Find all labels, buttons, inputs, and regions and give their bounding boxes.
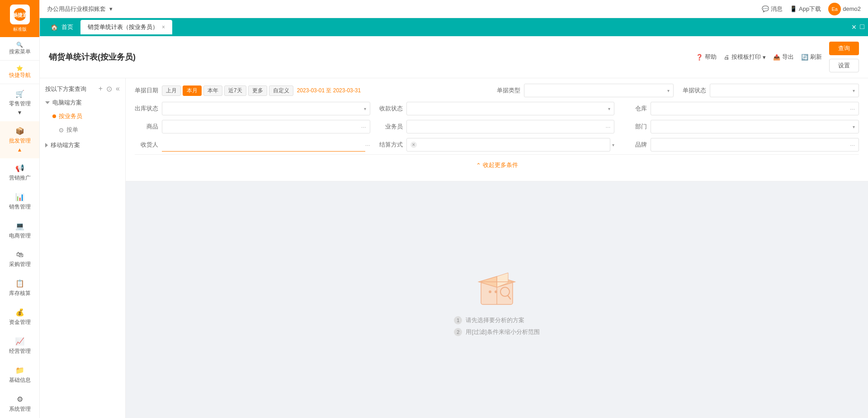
- filter-receiptstatus-cell: 收款状态 ▾: [379, 102, 615, 115]
- consignee-dots: ···: [365, 142, 370, 148]
- window-max-btn[interactable]: □: [860, 23, 864, 32]
- user-menu-btn[interactable]: Ea demo2: [828, 3, 861, 15]
- date-last7-btn[interactable]: 近7天: [224, 86, 246, 96]
- mobile-scheme-header[interactable]: 移动端方案: [40, 138, 125, 152]
- collapse-btn[interactable]: ⌃ 收起更多条件: [476, 157, 518, 173]
- sidebar-item-operations[interactable]: 📈 经营管理: [0, 332, 39, 361]
- filter-row-3: 商品 ··· 业务员: [135, 120, 859, 133]
- filter-salesperson-cell: 业务员 ···: [379, 120, 615, 133]
- workspace-title: 办公用品行业模拟账套: [47, 5, 106, 13]
- help-btn[interactable]: ❓ 帮助: [696, 53, 717, 61]
- tab-active[interactable]: 销货单统计表（按业务员） ×: [80, 20, 172, 34]
- goods-dots: ···: [361, 124, 366, 130]
- filter-department-cell: 部门 ▾: [623, 120, 859, 133]
- filter-row-1: 单据日期 上月 本月 本年 近7天 更多 自定义 20: [135, 84, 859, 97]
- collapse-panel-btn[interactable]: «: [116, 85, 120, 93]
- message-btn[interactable]: 💬 消息: [762, 5, 783, 13]
- window-close-btn[interactable]: ×: [852, 23, 857, 32]
- scheme-item-salesperson[interactable]: 按业务员: [40, 109, 125, 123]
- svg-point-8: [495, 290, 497, 293]
- system-icon: ⚙: [17, 395, 23, 404]
- goods-label: 商品: [135, 123, 158, 131]
- warehouse-select[interactable]: ···: [651, 102, 859, 115]
- sidebar-item-inventory[interactable]: 📋 库存核算: [0, 274, 39, 303]
- receiptstatus-select[interactable]: ▾: [406, 102, 615, 115]
- tab-home[interactable]: 🏠 首页: [43, 20, 80, 34]
- print-arrow: ▾: [763, 54, 766, 61]
- svg-point-7: [489, 290, 491, 293]
- scheme-expand-icon: [45, 101, 50, 104]
- tab-close-btn[interactable]: ×: [162, 24, 165, 30]
- goods-input: ···: [162, 120, 370, 133]
- empty-state: 1 请先选择要分析的方案 2 用[过滤]条件来缩小分析范围: [454, 264, 539, 336]
- tab-bar-right: × □: [852, 23, 864, 32]
- outstatus-arrow: ▾: [364, 106, 366, 111]
- consignee-field[interactable]: [162, 138, 365, 152]
- date-custom-btn[interactable]: 自定义: [269, 86, 293, 96]
- outstatus-select[interactable]: ▾: [162, 102, 370, 115]
- add-scheme-btn[interactable]: +: [99, 85, 103, 93]
- purchase-icon: 🛍: [16, 251, 24, 259]
- wholesale-icon: 📦: [15, 127, 24, 135]
- scheme-item-order[interactable]: ⊙ 按单: [40, 123, 125, 137]
- sidebar: 畅捷通 标准版 🔍 搜索菜单 ⭐ 快捷导航 🛒 零售管理 ▼ 📦 批发管理 ▲ …: [0, 0, 40, 418]
- filter-status-cell: 单据状态 ▾: [683, 84, 859, 97]
- department-arrow: ▾: [853, 124, 855, 129]
- pc-scheme-header[interactable]: 电脑端方案: [40, 96, 125, 109]
- date-more-btn[interactable]: 更多: [248, 86, 267, 96]
- salesperson-select[interactable]: ···: [406, 120, 615, 133]
- filter-outstatus-cell: 出库状态 ▾: [135, 102, 370, 115]
- message-icon: 💬: [762, 5, 769, 12]
- brand-dots: ···: [850, 142, 855, 148]
- app-download-btn[interactable]: 📱 App下载: [790, 5, 821, 13]
- sidebar-item-purchase[interactable]: 🛍 采购管理: [0, 245, 39, 274]
- workspace-arrow: ▾: [109, 5, 113, 12]
- consignee-input: ···: [162, 138, 370, 152]
- pc-scheme-group: 电脑端方案 按业务员 ⊙ 按单: [40, 96, 125, 137]
- top-actions: 💬 消息 📱 App下载 Ea demo2: [762, 3, 861, 15]
- sidebar-item-retail[interactable]: 🛒 零售管理 ▼: [0, 84, 39, 121]
- print-btn[interactable]: 🖨 按模板打印 ▾: [724, 53, 766, 61]
- date-this-month-btn[interactable]: 本月: [183, 86, 202, 96]
- date-last-month-btn[interactable]: 上月: [162, 86, 181, 96]
- query-btn[interactable]: 查询: [829, 42, 859, 55]
- sidebar-logo-text: 标准版: [13, 26, 27, 33]
- settlement-arrow[interactable]: ▾: [612, 142, 614, 147]
- ecommerce-icon: 💻: [15, 222, 24, 230]
- goods-select[interactable]: ···: [162, 120, 370, 133]
- status-select[interactable]: ▾: [710, 84, 859, 97]
- export-btn[interactable]: 📤 导出: [773, 53, 794, 61]
- date-range[interactable]: 2023-03-01 至 2023-03-31: [297, 87, 361, 95]
- outstatus-label: 出库状态: [135, 104, 158, 113]
- quick-nav-btn[interactable]: ⭐ 快捷导航: [0, 61, 39, 84]
- sidebar-item-basicinfo[interactable]: 📁 基础信息: [0, 361, 39, 390]
- brand-select[interactable]: ···: [651, 138, 859, 152]
- sidebar-item-sales[interactable]: 📊 销售管理: [0, 187, 39, 216]
- sidebar-item-finance[interactable]: 💰 资金管理: [0, 303, 39, 332]
- date-this-year-btn[interactable]: 本年: [203, 86, 222, 96]
- consignee-label: 收货人: [135, 141, 158, 149]
- edit-scheme-btn[interactable]: ⊙: [106, 85, 112, 93]
- download-icon: 📱: [790, 5, 797, 12]
- settings-btn[interactable]: 设置: [829, 59, 859, 72]
- settlement-clear-btn[interactable]: ×: [410, 142, 417, 148]
- tab-active-label: 销货单统计表（按业务员）: [88, 23, 158, 31]
- warehouse-dots: ···: [850, 105, 855, 112]
- sidebar-item-ecommerce[interactable]: 💻 电商管理: [0, 216, 39, 245]
- department-select[interactable]: ▾: [651, 120, 859, 133]
- collapse-icon: ⌃: [476, 162, 481, 169]
- filter-panel: 单据日期 上月 本月 本年 近7天 更多 自定义 20: [126, 78, 868, 181]
- type-select[interactable]: ▾: [524, 84, 674, 97]
- sidebar-item-marketing[interactable]: 📢 营销推广: [0, 158, 39, 187]
- sidebar-item-wholesale[interactable]: 📦 批发管理 ▲: [0, 121, 39, 158]
- filter-date-cell: 单据日期 上月 本月 本年 近7天 更多 自定义 20: [135, 84, 488, 97]
- receiptstatus-input: ▾: [406, 102, 615, 115]
- workspace-selector[interactable]: 办公用品行业模拟账套 ▾: [47, 5, 113, 13]
- sidebar-item-system[interactable]: ⚙ 系统管理: [0, 390, 39, 418]
- collapse-bar: ⌃ 收起更多条件: [135, 154, 859, 176]
- search-menu-btn[interactable]: 🔍 搜索菜单: [0, 37, 39, 61]
- refresh-btn[interactable]: 🔄 刷新: [801, 53, 822, 61]
- filter-and-content: 销货单统计表(按业务员) ❓ 帮助 🖨 按模板打印 ▾ 📤 导出 🔄 刷新: [40, 36, 868, 418]
- empty-state-area: 1 请先选择要分析的方案 2 用[过滤]条件来缩小分析范围: [126, 181, 868, 418]
- warehouse-input: ···: [651, 102, 859, 115]
